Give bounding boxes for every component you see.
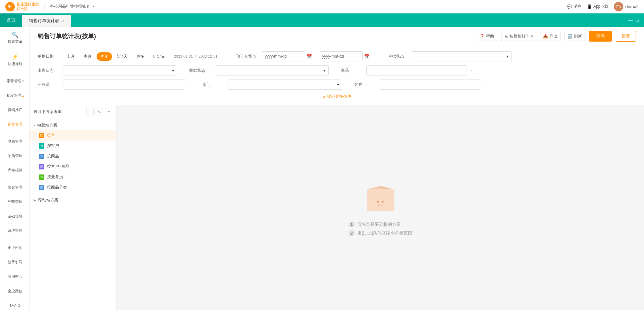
app-title: 办公用品行业模拟账套 — [50, 4, 90, 9]
main-layout: 🔍 搜索菜单 ⚡ 快捷导航 零售管理 ▾ 批发管理 ▴ 营销推广 销售管理 电商… — [0, 27, 644, 310]
start-date-input[interactable] — [262, 51, 305, 61]
sidebar-item-enterprise[interactable]: 企业协同 — [0, 241, 29, 255]
sidebar-item-wechat[interactable]: 企业微信 — [0, 284, 29, 298]
scheme-icon-category: 按 — [39, 185, 44, 190]
sidebar-item-operation[interactable]: 经营管理 — [0, 195, 29, 209]
scheme-icon-salesman: 按 — [39, 174, 44, 180]
date-tabs: 上月 本月 本年 近7天 更多 自定义 — [63, 52, 169, 61]
sidebar-item-ecom[interactable]: 电商管理 — [0, 134, 29, 149]
page-title: 销售订单统计表(按单) — [38, 32, 96, 40]
print-button[interactable]: 🖨 按模板打印 ▾ — [501, 32, 536, 41]
scheme-group-desktop-title[interactable]: ▾ 电脑端方案 — [30, 120, 116, 130]
scheme-item-by-salesman[interactable]: 按 按业务员 — [30, 172, 116, 182]
collapse-bar: ∧ 收起更多条件 — [38, 94, 636, 99]
salesman-label: 业务员 — [38, 82, 58, 88]
divider — [44, 3, 45, 10]
message-button[interactable]: 💬 消息 — [567, 4, 582, 9]
customer-input[interactable] — [380, 80, 480, 90]
sidebar-item-member[interactable]: 畅会员 — [0, 298, 29, 310]
sidebar-item-quicknav[interactable]: ⚡ 快捷导航 — [0, 49, 29, 71]
search-icon: 🔍 — [12, 32, 18, 38]
date-tab-7days[interactable]: 近7天 — [113, 52, 131, 61]
status-label: 单据状态 — [388, 54, 408, 59]
maximize-button[interactable]: □ — [636, 17, 639, 23]
wholesale-arrow: ▴ — [22, 94, 24, 97]
download-icon: 📱 — [587, 4, 592, 9]
sidebar-item-appcenter[interactable]: 应用中心 — [0, 269, 29, 284]
add-scheme-button[interactable]: + — [86, 108, 94, 115]
receipt-dropdown-arrow: ▾ — [324, 68, 326, 73]
salesman-input[interactable] — [63, 80, 185, 90]
goods-input[interactable] — [366, 65, 467, 75]
sidebar-item-purchase[interactable]: 采购管理 — [0, 149, 29, 163]
message-icon: 💬 — [567, 4, 572, 9]
sidebar-item-newguide[interactable]: 新手引导 — [0, 255, 29, 269]
edit-scheme-button[interactable]: ✎ — [96, 108, 103, 115]
collapse-panel-button[interactable]: « — [105, 108, 112, 115]
tab-sales-order[interactable]: 销售订单统计表 × — [22, 15, 71, 27]
customer-ellipsis[interactable]: ··· — [482, 82, 486, 87]
minimize-button[interactable]: — — [629, 17, 633, 23]
empty-hint-2: 2 用[过滤]条件来缩小分析范围 — [348, 230, 412, 236]
date-tab-thismonth[interactable]: 本月 — [80, 52, 95, 61]
sidebar-item-basic[interactable]: 基础信息 — [0, 209, 29, 223]
end-date-input[interactable] — [319, 51, 363, 61]
salesman-ellipsis[interactable]: ··· — [186, 82, 191, 87]
left-panel-actions: + ✎ « — [86, 108, 112, 115]
empty-hints: 1 请先选择要分析的方案 2 用[过滤]条件来缩小分析范围 — [348, 221, 412, 239]
page-title-row: 销售订单统计表(按单) ❓ 帮助 🖨 按模板打印 ▾ 📤 导出 — [38, 31, 636, 46]
logo-text: 畅捷通好生意 标准版 — [17, 2, 39, 11]
refresh-icon: 🔄 — [568, 34, 573, 39]
status-select[interactable]: ▾ — [411, 51, 512, 61]
left-panel-header: 按以下方案查询 + ✎ « — [30, 105, 116, 119]
refresh-button[interactable]: 🔄 刷新 — [565, 32, 585, 41]
calendar-icon-end[interactable]: 📅 — [364, 54, 369, 59]
query-button[interactable]: 查询 — [589, 31, 612, 42]
sidebar-item-marketing[interactable]: 营销推广 — [0, 103, 29, 117]
sidebar-item-system[interactable]: 系统管理 — [0, 223, 29, 238]
close-tab-button[interactable]: × — [62, 18, 64, 23]
app-download-button[interactable]: 📱 App下载 — [587, 4, 608, 9]
sidebar-item-finance[interactable]: 资金管理 — [0, 180, 29, 195]
date-tab-lastmonth[interactable]: 上月 — [63, 52, 78, 61]
date-tab-thisyear[interactable]: 本年 — [97, 52, 112, 61]
outbound-select[interactable]: ▾ — [63, 65, 177, 75]
scheme-icon-order: 按 — [39, 133, 44, 138]
scheme-item-by-category[interactable]: 按 按商品分类 — [30, 182, 116, 193]
sidebar-item-wholesale[interactable]: 批发管理 ▴ — [0, 88, 29, 103]
scheme-item-by-customer[interactable]: 按 按客户 — [30, 141, 116, 151]
scheme-item-by-customer-goods[interactable]: 按 按客户+商品 — [30, 161, 116, 172]
page-header: 销售订单统计表(按单) ❓ 帮助 🖨 按模板打印 ▾ 📤 导出 — [30, 27, 644, 46]
settings-button[interactable]: 设置 — [616, 31, 636, 42]
goods-ellipsis[interactable]: ··· — [468, 68, 472, 73]
date-tab-more[interactable]: 更多 — [132, 52, 148, 61]
department-label: 部门 — [203, 82, 223, 88]
customer-label: 客户 — [354, 82, 374, 88]
sidebar-item-retail[interactable]: 零售管理 ▾ — [0, 74, 29, 88]
print-dropdown-arrow: ▾ — [531, 34, 533, 39]
date-tab-custom[interactable]: 自定义 — [149, 52, 169, 61]
quicknav-icon: ⚡ — [12, 54, 18, 60]
collapse-button[interactable]: ∧ 收起更多条件 — [323, 94, 351, 99]
sidebar-item-inventory[interactable]: 库存核算 — [0, 163, 29, 177]
scheme-group-label: 电脑端方案 — [37, 122, 57, 128]
scheme-item-by-goods[interactable]: 按 按商品 — [30, 151, 116, 161]
export-button[interactable]: 📤 导出 — [540, 32, 560, 41]
content-area: 销售订单统计表(按单) ❓ 帮助 🖨 按模板打印 ▾ 📤 导出 — [30, 27, 644, 310]
sidebar-item-sales[interactable]: 销售管理 — [0, 117, 29, 132]
tab-home[interactable]: 首页 — [0, 13, 22, 27]
calendar-icon-start[interactable]: 📅 — [307, 54, 312, 59]
receipt-select[interactable]: ▾ — [215, 65, 329, 75]
scheme-item-by-order[interactable]: 按 按单 — [30, 130, 116, 141]
sidebar-item-search[interactable]: 🔍 搜索菜单 — [0, 27, 29, 49]
user-area[interactable]: Ea demo2 — [614, 2, 639, 11]
left-panel-title: 按以下方案查询 — [34, 109, 62, 115]
nav-tab-actions: — □ — [629, 17, 644, 23]
help-button[interactable]: ❓ 帮助 — [477, 32, 497, 41]
app-dropdown-arrow[interactable]: ▾ — [93, 5, 95, 8]
empty-illustration — [357, 176, 404, 216]
logo-area: 好 畅捷通好生意 标准版 — [5, 2, 39, 11]
department-select[interactable]: ▾ — [228, 80, 342, 90]
receipt-label: 收款状态 — [189, 68, 209, 73]
scheme-group-mobile-title[interactable]: ▶ 移动端方案 — [30, 195, 116, 205]
